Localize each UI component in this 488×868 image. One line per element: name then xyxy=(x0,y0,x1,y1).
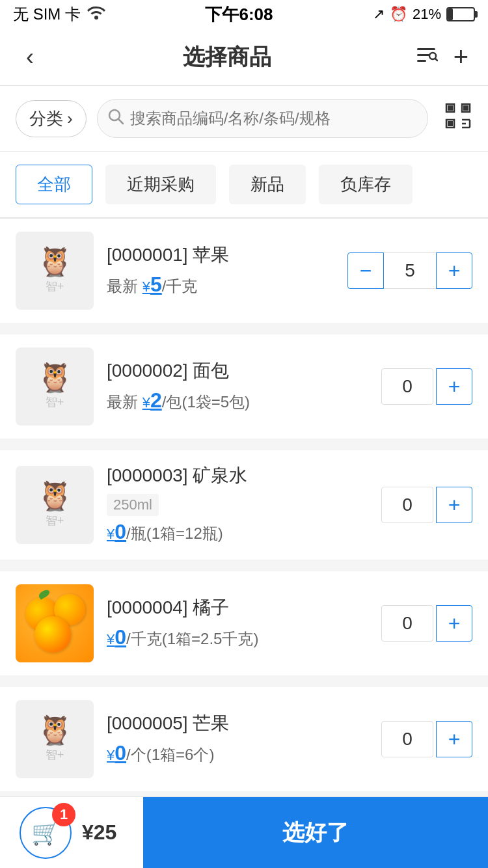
product-name: [0000004] 橘子 xyxy=(107,595,381,620)
price-unit: /包(1袋=5包) xyxy=(162,393,250,411)
product-name: [0000005] 芒果 xyxy=(107,711,381,736)
product-info: [0000005] 芒果 ¥0/个(1箱=6个) xyxy=(107,711,381,768)
placeholder-owl: 🦉 智+ xyxy=(37,247,73,294)
product-price: ¥0/个(1箱=6个) xyxy=(107,741,381,765)
qty-decrease-button[interactable]: − xyxy=(347,252,384,289)
product-info: [0000003] 矿泉水 250ml ¥0/瓶(1箱=12瓶) xyxy=(107,463,381,547)
list-item: 🦉 智+ [0000001] 苹果 最新 ¥5/千克 − + xyxy=(0,219,488,323)
price-amount: 2 xyxy=(150,388,162,412)
quantity-control: + xyxy=(381,605,472,642)
battery-label: 21% xyxy=(413,6,441,23)
search-input[interactable] xyxy=(97,99,428,138)
svg-rect-10 xyxy=(448,105,453,111)
list-item: 🦉 智+ [0000005] 芒果 ¥0/个(1箱=6个) + xyxy=(0,687,488,791)
status-time: 下午6:08 xyxy=(205,3,273,26)
product-name: [0000002] 面包 xyxy=(107,359,381,383)
product-info: [0000004] 橘子 ¥0/千克(1箱=2.5千克) xyxy=(107,595,381,652)
owl-icon: 🦉 xyxy=(37,716,73,744)
qty-increase-button[interactable]: + xyxy=(436,721,472,757)
quantity-control: − + xyxy=(347,252,472,289)
product-price: ¥0/瓶(1箱=12瓶) xyxy=(107,520,381,544)
cart-badge: 1 xyxy=(52,803,75,826)
svg-rect-11 xyxy=(463,105,468,111)
category-label: 分类 xyxy=(29,107,63,130)
search-icon xyxy=(107,108,124,129)
nav-bar: ‹ 选择商品 + xyxy=(0,29,488,86)
price-unit: /瓶(1箱=12瓶) xyxy=(126,524,223,542)
tab-bar: 全部 近期采购 新品 负库存 xyxy=(0,152,488,219)
qty-stepper[interactable] xyxy=(381,721,433,757)
tab-negative[interactable]: 负库存 xyxy=(319,165,413,204)
svg-line-4 xyxy=(435,59,437,61)
quantity-control: + xyxy=(381,368,472,405)
scan-icon[interactable] xyxy=(444,102,472,136)
category-chevron: › xyxy=(67,109,73,129)
wifi-icon xyxy=(87,5,105,23)
tab-new[interactable]: 新品 xyxy=(229,165,306,204)
product-thumbnail: 🦉 智+ xyxy=(16,466,94,544)
quantity-control: + xyxy=(381,721,472,757)
svg-rect-2 xyxy=(417,60,426,62)
tab-all[interactable]: 全部 xyxy=(16,165,92,204)
product-thumbnail xyxy=(16,584,94,662)
back-button[interactable]: ‹ xyxy=(20,37,40,77)
status-bar: 无 SIM 卡 下午6:08 ↗ ⏰ 21% xyxy=(0,0,488,29)
filter-button[interactable] xyxy=(414,43,438,72)
bottom-bar: 🛒 1 ¥25 选好了 xyxy=(0,796,488,868)
search-wrap xyxy=(97,99,428,138)
owl-icon: 🦉 xyxy=(37,247,73,276)
svg-rect-0 xyxy=(417,48,435,50)
cart-section: 🛒 1 ¥25 xyxy=(0,807,143,859)
price-yen: ¥ xyxy=(142,394,150,411)
product-thumbnail: 🦉 智+ xyxy=(16,232,94,310)
price-yen: ¥ xyxy=(107,526,115,542)
page-title: 选择商品 xyxy=(183,42,271,72)
filter-bar: 分类 › xyxy=(0,86,488,152)
product-name: [0000001] 苹果 xyxy=(107,243,347,267)
price-prefix: 最新 xyxy=(107,393,138,411)
price-yen: ¥ xyxy=(142,278,150,295)
qty-increase-button[interactable]: + xyxy=(436,487,472,523)
price-unit: /个(1箱=6个) xyxy=(126,746,214,763)
qty-increase-button[interactable]: + xyxy=(436,368,472,405)
alarm-icon: ⏰ xyxy=(390,6,407,23)
cart-button[interactable]: 🛒 1 xyxy=(20,807,72,859)
price-yen: ¥ xyxy=(107,631,115,647)
qty-increase-button[interactable]: + xyxy=(436,252,472,289)
list-item: 🦉 智+ [0000002] 面包 最新 ¥2/包(1袋=5包) + xyxy=(0,334,488,439)
price-unit: /千克 xyxy=(162,277,198,295)
qty-stepper[interactable] xyxy=(384,252,436,289)
category-button[interactable]: 分类 › xyxy=(16,100,87,137)
list-item: [0000004] 橘子 ¥0/千克(1箱=2.5千克) + xyxy=(0,571,488,675)
quantity-control: + xyxy=(381,487,472,523)
status-right: ↗ ⏰ 21% xyxy=(373,6,475,23)
product-list: 🦉 智+ [0000001] 苹果 最新 ¥5/千克 − + 🦉 智+ [ xyxy=(0,219,488,868)
qty-stepper[interactable] xyxy=(381,368,433,405)
tab-recent[interactable]: 近期采购 xyxy=(105,165,216,204)
owl-icon: 🦉 xyxy=(37,363,73,392)
carrier-label: 无 SIM 卡 xyxy=(13,4,81,25)
product-name: [0000003] 矿泉水 xyxy=(107,463,381,488)
svg-line-6 xyxy=(118,119,123,124)
product-thumbnail: 🦉 智+ xyxy=(16,347,94,426)
price-amount: 0 xyxy=(115,520,126,543)
svg-rect-12 xyxy=(448,121,453,126)
owl-icon: 🦉 xyxy=(37,481,73,510)
qty-stepper[interactable] xyxy=(381,605,433,642)
product-thumbnail: 🦉 智+ xyxy=(16,700,94,778)
cart-total: ¥25 xyxy=(82,821,116,845)
price-amount: 0 xyxy=(115,625,126,649)
price-amount: 5 xyxy=(150,273,162,296)
product-spec: 250ml xyxy=(107,494,159,516)
confirm-button[interactable]: 选好了 xyxy=(143,797,488,869)
qty-increase-button[interactable]: + xyxy=(436,605,472,642)
product-info: [0000002] 面包 最新 ¥2/包(1袋=5包) xyxy=(107,359,381,415)
battery-icon xyxy=(446,7,475,21)
qty-stepper[interactable] xyxy=(381,487,433,523)
product-info: [0000001] 苹果 最新 ¥5/千克 xyxy=(107,243,347,299)
location-icon: ↗ xyxy=(373,6,385,23)
price-yen: ¥ xyxy=(107,747,115,763)
add-button[interactable]: + xyxy=(454,42,468,72)
price-unit: /千克(1箱=2.5千克) xyxy=(126,630,258,647)
price-prefix: 最新 xyxy=(107,277,138,295)
